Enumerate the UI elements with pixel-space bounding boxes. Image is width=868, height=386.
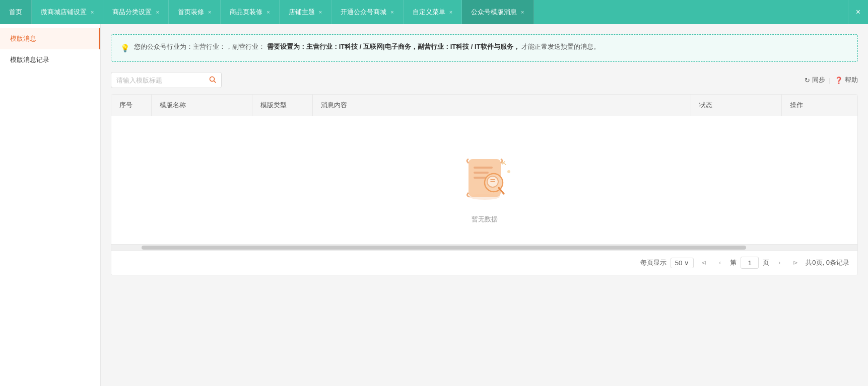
tab-open-mall-label: 开通公众号商城: [341, 8, 386, 17]
tab-custom-menu[interactable]: 自定义菜单 ×: [404, 0, 462, 24]
svg-line-1: [214, 81, 216, 83]
close-tab-shop-theme[interactable]: ×: [319, 9, 322, 15]
close-tab-micro-shop[interactable]: ×: [91, 9, 94, 15]
page-size-label: 每页显示: [640, 258, 666, 267]
page-size-value: 50: [675, 259, 682, 267]
tab-product-deco-label: 商品页装修: [230, 8, 262, 17]
help-label: 帮助: [845, 75, 858, 85]
sidebar: 模版消息 模版消息记录: [0, 24, 101, 386]
sidebar-item-template-message-record[interactable]: 模版消息记录: [0, 49, 100, 70]
close-tab-homepage-deco[interactable]: ×: [208, 9, 211, 15]
tab-shop-theme-label: 店铺主题: [289, 8, 315, 17]
data-table: 序号 模版名称 模版类型 消息内容 状态 操作: [111, 94, 858, 275]
sync-button[interactable]: ↻ 同步: [805, 75, 825, 85]
table-scrollbar[interactable]: [111, 244, 857, 250]
main-layout: 模版消息 模版消息记录 💡 您的公众号行业为：主营行业：，副营行业： 需要设置为…: [0, 24, 868, 386]
th-name: 模版名称: [152, 95, 252, 116]
page-number-input[interactable]: [741, 257, 759, 269]
table-header: 序号 模版名称 模版类型 消息内容 状态 操作: [111, 95, 857, 116]
th-index: 序号: [111, 95, 152, 116]
notice-highlight: 需要设置为：主营行业：IT科技 / 互联网|电子商务，副营行业：IT科技 / I…: [267, 43, 520, 50]
search-bar: ↻ 同步 | ❓ 帮助: [111, 72, 858, 88]
close-tab-category[interactable]: ×: [156, 9, 159, 15]
pagination: 每页显示 50 ∨ ⊲ ‹ 第 页 › ⊳ 共0页, 0条记录: [111, 250, 857, 275]
close-all-icon: ×: [856, 8, 860, 17]
empty-state-icon: [454, 146, 515, 207]
tab-shop-theme[interactable]: 店铺主题 ×: [280, 0, 331, 24]
tab-category[interactable]: 商品分类设置 ×: [103, 0, 168, 24]
tab-open-mall[interactable]: 开通公众号商城 ×: [331, 0, 403, 24]
notice-prefix: 您的公众号行业为：主营行业：，副营行业：: [134, 43, 265, 50]
sync-label: 同步: [812, 75, 825, 85]
th-content: 消息内容: [313, 95, 691, 116]
tab-category-label: 商品分类设置: [112, 8, 152, 17]
page-first-button[interactable]: ⊲: [698, 257, 710, 269]
sidebar-item-template-message-record-label: 模版消息记录: [10, 56, 49, 63]
empty-state-text: 暂无数据: [472, 215, 498, 224]
search-button[interactable]: [209, 76, 216, 85]
close-all-tabs-button[interactable]: ×: [848, 0, 868, 24]
top-navigation: 首页 微商城店铺设置 × 商品分类设置 × 首页装修 × 商品页装修 × 店铺主…: [0, 0, 868, 24]
tab-product-deco[interactable]: 商品页装修 ×: [221, 0, 279, 24]
scrollbar-thumb[interactable]: [142, 246, 746, 250]
th-action: 操作: [782, 95, 857, 116]
tab-home[interactable]: 首页: [0, 0, 32, 24]
notice-text: 您的公众号行业为：主营行业：，副营行业： 需要设置为：主营行业：IT科技 / 互…: [134, 42, 600, 52]
notice-suffix: 才能正常发送预置的消息。: [521, 43, 600, 50]
search-input[interactable]: [116, 76, 209, 84]
tab-homepage-deco[interactable]: 首页装修 ×: [169, 0, 221, 24]
tab-micro-shop-label: 微商城店铺设置: [41, 8, 87, 17]
page-prev-button[interactable]: ‹: [714, 257, 726, 269]
tab-template-msg-label: 公众号模版消息: [471, 8, 517, 17]
sidebar-item-template-message-label: 模版消息: [10, 35, 36, 42]
tab-micro-shop[interactable]: 微商城店铺设置 ×: [32, 0, 103, 24]
svg-rect-5: [474, 172, 489, 174]
help-icon: ❓: [835, 76, 843, 84]
tab-homepage-deco-label: 首页装修: [178, 8, 204, 17]
close-tab-product-deco[interactable]: ×: [266, 9, 270, 15]
page-total-text: 共0页, 0条记录: [806, 258, 849, 267]
tab-custom-menu-label: 自定义菜单: [413, 8, 445, 17]
close-tab-template-msg[interactable]: ×: [521, 9, 524, 15]
page-size-select[interactable]: 50 ∨: [671, 258, 694, 268]
help-button[interactable]: ❓ 帮助: [835, 75, 858, 85]
page-size-dropdown-icon: ∨: [684, 259, 689, 267]
tab-template-msg[interactable]: 公众号模版消息 ×: [462, 0, 533, 24]
empty-state: 暂无数据: [111, 116, 857, 244]
page-label-pre: 第: [730, 258, 737, 267]
page-last-button[interactable]: ⊳: [789, 257, 802, 269]
page-label-post: 页: [763, 258, 769, 267]
search-input-wrap[interactable]: [111, 72, 222, 88]
content-area: 💡 您的公众号行业为：主营行业：，副营行业： 需要设置为：主营行业：IT科技 /…: [101, 24, 868, 386]
page-next-button[interactable]: ›: [773, 257, 785, 269]
notice-box: 💡 您的公众号行业为：主营行业：，副营行业： 需要设置为：主营行业：IT科技 /…: [111, 34, 858, 62]
close-tab-custom-menu[interactable]: ×: [449, 9, 452, 15]
toolbar-right: ↻ 同步 | ❓ 帮助: [805, 75, 858, 85]
svg-rect-4: [474, 167, 493, 169]
tab-home-label: 首页: [9, 8, 22, 17]
close-tab-open-mall[interactable]: ×: [390, 9, 393, 15]
toolbar-divider: |: [829, 76, 831, 84]
th-type: 模版类型: [252, 95, 313, 116]
th-status: 状态: [691, 95, 782, 116]
sync-icon: ↻: [805, 76, 810, 84]
notice-icon: 💡: [120, 42, 130, 54]
svg-point-14: [507, 170, 510, 173]
sidebar-item-template-message[interactable]: 模版消息: [0, 28, 100, 49]
